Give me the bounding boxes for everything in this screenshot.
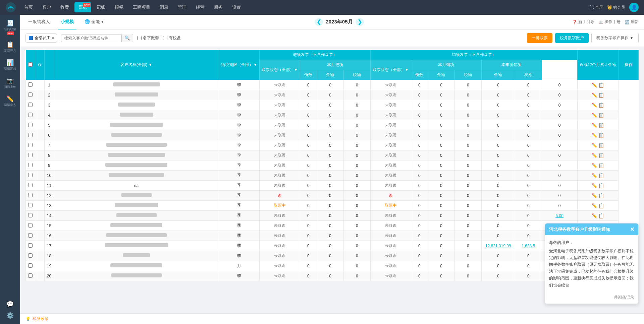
row-out-status[interactable]: 未取票 — [370, 221, 411, 231]
row-checkbox[interactable] — [26, 251, 35, 261]
row-out-status[interactable]: 未取票 — [370, 181, 411, 191]
employee-filter[interactable]: 🟦 全部员工 ▾ — [25, 34, 57, 43]
copy-icon[interactable]: 📋 — [598, 82, 604, 88]
notification-close-btn[interactable]: ✕ — [630, 226, 634, 233]
tab-general-taxpayer[interactable]: 一般纳税人 — [25, 15, 53, 29]
row-checkbox[interactable] — [26, 80, 35, 90]
copy-icon[interactable]: 📋 — [598, 163, 604, 168]
edit-icon[interactable]: ✏️ — [592, 193, 597, 198]
row-checkbox[interactable] — [26, 231, 35, 241]
edit-icon[interactable]: ✏️ — [592, 143, 597, 148]
row-in-status[interactable]: 未取票 — [259, 120, 300, 130]
row-in-status[interactable]: 未取票 — [259, 150, 300, 160]
row-in-status[interactable]: 未取票 — [259, 160, 300, 171]
row-client-name[interactable] — [54, 211, 219, 221]
sidebar-item-smart-ticket[interactable]: 🧾 智能取票new — [0, 17, 20, 38]
copy-icon[interactable]: 📋 — [598, 123, 604, 128]
edit-icon[interactable]: ✏️ — [592, 92, 597, 98]
row-checkbox[interactable] — [26, 120, 35, 130]
row-out-status[interactable]: 未取票 — [370, 211, 411, 221]
row-in-status[interactable]: 未取票 — [259, 221, 300, 231]
nav-manage[interactable]: 管理 — [174, 2, 191, 12]
manual-btn[interactable]: 📖 操作手册 — [598, 19, 621, 25]
row-checkbox[interactable] — [26, 261, 35, 271]
row-out-status[interactable]: 未取票 — [370, 261, 411, 271]
row-in-status[interactable]: 未取票 — [259, 231, 300, 241]
row-client-name[interactable] — [54, 271, 219, 281]
name-under-checkbox-label[interactable]: 名下账套 — [137, 35, 159, 41]
edit-icon[interactable]: ✏️ — [592, 213, 597, 218]
nav-ticket[interactable]: 票据 new — [74, 2, 91, 12]
row-client-name[interactable] — [54, 140, 219, 150]
row-out-status[interactable]: 未取票 — [370, 251, 411, 261]
prev-month-btn[interactable]: ❮ — [315, 18, 323, 26]
row-out-status[interactable]: 未取票 — [370, 130, 411, 140]
row-checkbox[interactable] — [26, 130, 35, 140]
edit-icon[interactable]: ✏️ — [592, 133, 597, 138]
tax-digital-op-btn[interactable]: 税务数字账户操作 ▼ — [591, 33, 639, 43]
row-client-name[interactable] — [54, 80, 219, 90]
sidebar-item-scan-upload[interactable]: 📷 扫描上传 — [0, 75, 20, 92]
nav-fee[interactable]: 收费 — [56, 2, 73, 12]
row-client-name[interactable] — [54, 171, 219, 181]
row-checkbox[interactable] — [26, 100, 35, 110]
copy-icon[interactable]: 📋 — [598, 183, 604, 188]
row-checkbox[interactable] — [26, 140, 35, 150]
user-avatar[interactable]: 👤 — [629, 3, 639, 12]
row-checkbox[interactable] — [26, 90, 35, 100]
edit-icon[interactable]: ✏️ — [592, 103, 597, 108]
row-checkbox[interactable] — [26, 191, 35, 201]
copy-icon[interactable]: 📋 — [598, 173, 604, 178]
row-in-status[interactable]: 未取票 — [259, 241, 300, 251]
search-button[interactable]: 🔍 — [121, 34, 133, 42]
row-client-name[interactable] — [54, 191, 219, 201]
tab-all-capability[interactable]: 🌐 全能 ▾ — [82, 15, 106, 29]
row-out-status[interactable]: 未取票 — [370, 241, 411, 251]
row-checkbox[interactable] — [26, 201, 35, 211]
row-in-status[interactable]: 未取票 — [259, 211, 300, 221]
refresh-btn[interactable]: 🔄 刷新 — [625, 19, 639, 25]
tax-digital-btn[interactable]: 税务数字账户 — [555, 33, 589, 43]
edit-icon[interactable]: ✏️ — [592, 113, 597, 118]
row-out-status[interactable]: 未取票 — [370, 90, 411, 100]
row-in-status[interactable]: 未取票 — [259, 90, 300, 100]
search-input[interactable] — [61, 34, 121, 42]
app-logo[interactable] — [5, 2, 16, 13]
nav-bookkeeping[interactable]: 记账 — [93, 2, 109, 12]
sidebar-item-ticket-entry[interactable]: ✏️ 票据录入 — [0, 93, 20, 110]
th-settings[interactable]: ⚙ — [35, 50, 45, 80]
row-in-status[interactable]: ⊗ — [259, 191, 300, 201]
row-in-status[interactable]: 未取票 — [259, 181, 300, 191]
sidebar-item-config[interactable]: ⚙️ — [5, 310, 15, 321]
sidebar-item-invoice-open[interactable]: 📋 发票开具 — [0, 39, 20, 56]
row-out-status[interactable]: 未取票 — [370, 231, 411, 241]
row-out-status[interactable]: 未取票 — [370, 120, 411, 130]
sidebar-item-ticket-summary[interactable]: 📊 票据汇总 — [0, 57, 20, 74]
row-client-name[interactable] — [54, 241, 219, 251]
copy-icon[interactable]: 📋 — [598, 203, 604, 208]
nav-tax[interactable]: 报税 — [111, 2, 127, 12]
th-client-name[interactable]: 客户名称(全部) ▼ — [54, 50, 219, 80]
next-month-btn[interactable]: ❯ — [356, 18, 364, 26]
nav-client[interactable]: 客户 — [38, 2, 55, 12]
row-out-status[interactable]: 取票中 — [370, 201, 411, 211]
row-in-status[interactable]: 未取票 — [259, 80, 300, 90]
row-in-status[interactable]: 未取票 — [259, 271, 300, 281]
row-out-status[interactable]: 未取票 — [370, 110, 411, 120]
row-in-status[interactable]: 未取票 — [259, 100, 300, 110]
edit-icon[interactable]: ✏️ — [592, 183, 597, 188]
row-client-name[interactable] — [54, 221, 219, 231]
row-out-status[interactable]: 未取票 — [370, 140, 411, 150]
tab-small-scale[interactable]: 小规模 — [58, 15, 76, 29]
edit-icon[interactable]: ✏️ — [592, 82, 597, 88]
edit-icon[interactable]: ✏️ — [592, 163, 597, 168]
nav-message[interactable]: 消息 — [156, 2, 172, 12]
row-client-name[interactable] — [54, 231, 219, 241]
nav-settings[interactable]: 设置 — [228, 2, 245, 12]
row-checkbox[interactable] — [26, 241, 35, 251]
row-client-name[interactable] — [54, 120, 219, 130]
row-checkbox[interactable] — [26, 271, 35, 281]
row-out-status[interactable]: 未取票 — [370, 160, 411, 171]
row-checkbox[interactable] — [26, 160, 35, 171]
th-tax-period[interactable]: 纳税期限（全部）▼ — [219, 50, 260, 80]
